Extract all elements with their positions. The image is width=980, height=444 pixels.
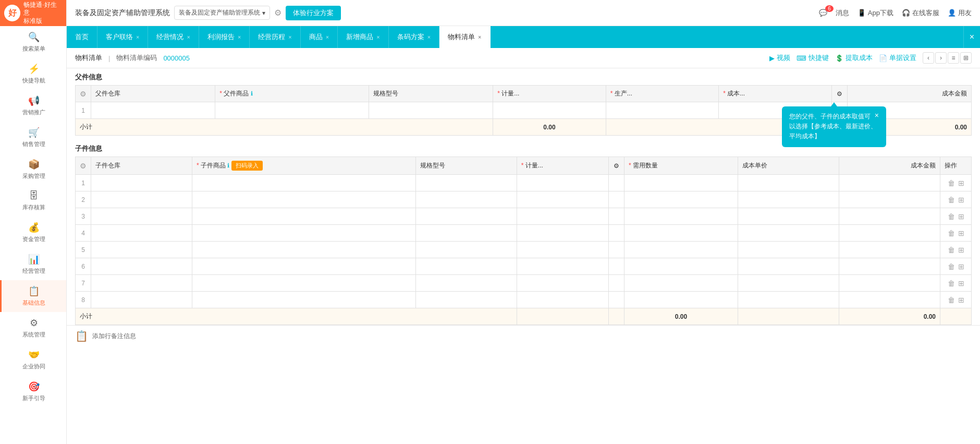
nav-tab-物料清单[interactable]: 物料清单 × (439, 26, 490, 48)
copy-icon[interactable]: ⊞ (958, 246, 964, 254)
tab-close-icon[interactable]: × (288, 34, 291, 40)
child-goods-cell[interactable] (192, 225, 416, 242)
child-col-settings[interactable]: ⚙ (76, 157, 91, 175)
sidebar-item-search[interactable]: 🔍搜索菜单 (0, 26, 66, 58)
sidebar-item-guide[interactable]: 🎯新手引导 (0, 376, 66, 407)
expand-arrow[interactable]: ⊞ (960, 52, 972, 64)
copy-icon[interactable]: ⊞ (958, 212, 964, 221)
child-quantity-cell[interactable] (624, 208, 738, 225)
child-goods-cell[interactable] (192, 175, 416, 191)
delete-icon[interactable]: 🗑 (948, 246, 955, 254)
child-goods-cell[interactable] (192, 208, 416, 225)
sidebar-item-marketing[interactable]: 📢营销推广 (0, 90, 66, 122)
copy-icon[interactable]: ⊞ (958, 296, 964, 304)
child-goods-cell[interactable] (192, 292, 416, 308)
child-warehouse-cell[interactable] (91, 175, 192, 191)
video-btn[interactable]: ▶ 视频 (769, 53, 790, 63)
sidebar-item-system[interactable]: ⚙系统管理 (0, 312, 66, 344)
child-unit-cell[interactable] (517, 208, 608, 225)
sidebar-item-enterprise[interactable]: 🤝企业协同 (0, 344, 66, 376)
child-warehouse-cell[interactable] (91, 191, 192, 208)
child-unit-cost-cell[interactable] (738, 242, 839, 258)
child-goods-cell[interactable] (192, 258, 416, 275)
copy-icon[interactable]: ⊞ (958, 179, 964, 187)
child-unit-cost-cell[interactable] (738, 208, 839, 225)
user-area[interactable]: 👤 用友 (948, 8, 972, 18)
child-unit-cost-cell[interactable] (738, 275, 839, 292)
delete-icon[interactable]: 🗑 (948, 179, 955, 187)
copy-icon[interactable]: ⊞ (958, 279, 964, 287)
child-col-extra[interactable]: ⚙ (609, 157, 624, 175)
tab-close-icon[interactable]: × (187, 34, 190, 40)
nav-tab-利润报告[interactable]: 利润报告 × (199, 26, 250, 48)
sidebar-item-finance[interactable]: 💰资金管理 (0, 217, 66, 248)
child-spec-cell[interactable] (415, 292, 517, 308)
nav-tab-条码方案[interactable]: 条码方案 × (389, 26, 439, 48)
delete-icon[interactable]: 🗑 (948, 212, 955, 221)
child-spec-cell[interactable] (415, 242, 517, 258)
parent-unit-cell[interactable] (493, 102, 606, 119)
settings-icon[interactable]: ⚙ (274, 8, 281, 18)
child-warehouse-cell[interactable] (91, 242, 192, 258)
child-quantity-cell[interactable] (624, 258, 738, 275)
delete-icon[interactable]: 🗑 (948, 296, 955, 304)
parent-spec-cell[interactable] (369, 102, 493, 119)
delete-icon[interactable]: 🗑 (948, 279, 955, 287)
parent-col-settings[interactable]: ⚙ (76, 86, 91, 102)
sidebar-item-quick-nav[interactable]: ⚡快捷导航 (0, 58, 66, 90)
delete-icon[interactable]: 🗑 (948, 229, 955, 237)
child-spec-cell[interactable] (415, 225, 517, 242)
cost-btn[interactable]: 💲 提取成本 (835, 53, 873, 63)
message-area[interactable]: 💬 6 消息 (819, 8, 849, 18)
tab-close-icon[interactable]: × (238, 34, 241, 40)
child-unit-cost-cell[interactable] (738, 225, 839, 242)
child-unit-cell[interactable] (517, 275, 608, 292)
next-arrow[interactable]: › (935, 52, 947, 64)
sidebar-item-sales[interactable]: 🛒销售管理 (0, 122, 66, 153)
child-spec-cell[interactable] (415, 191, 517, 208)
settings-btn[interactable]: 📄 单据设置 (879, 53, 916, 63)
nav-tab-商品[interactable]: 商品 × (301, 26, 338, 48)
parent-production-cell[interactable] (606, 102, 718, 119)
child-warehouse-cell[interactable] (91, 292, 192, 308)
child-spec-cell[interactable] (415, 275, 517, 292)
child-warehouse-cell[interactable] (91, 208, 192, 225)
shortcut-btn[interactable]: ⌨ 快捷键 (797, 53, 829, 63)
copy-icon[interactable]: ⊞ (958, 196, 964, 204)
tab-close-icon[interactable]: × (376, 34, 379, 40)
nav-tab-经营情况[interactable]: 经营情况 × (148, 26, 199, 48)
child-goods-cell[interactable] (192, 275, 416, 292)
child-quantity-cell[interactable] (624, 175, 738, 191)
child-goods-cell[interactable] (192, 242, 416, 258)
child-unit-cell[interactable] (517, 225, 608, 242)
child-quantity-cell[interactable] (624, 275, 738, 292)
tab-close-icon[interactable]: × (136, 34, 139, 40)
child-goods-cell[interactable] (192, 191, 416, 208)
copy-icon[interactable]: ⊞ (958, 229, 964, 237)
child-unit-cost-cell[interactable] (738, 258, 839, 275)
nav-tab-经营历程[interactable]: 经营历程 × (250, 26, 300, 48)
nav-tab-新增商品[interactable]: 新增商品 × (338, 26, 388, 48)
delete-icon[interactable]: 🗑 (948, 262, 955, 271)
child-quantity-cell[interactable] (624, 242, 738, 258)
sidebar-item-purchase[interactable]: 📦采购管理 (0, 153, 66, 185)
child-unit-cost-cell[interactable] (738, 191, 839, 208)
child-warehouse-cell[interactable] (91, 258, 192, 275)
child-warehouse-cell[interactable] (91, 225, 192, 242)
system-dropdown[interactable]: 装备及固定资产辅助管理系统 ▾ (174, 6, 270, 20)
scan-btn[interactable]: 扫码录入 (231, 161, 263, 171)
tab-close-icon[interactable]: × (326, 34, 329, 40)
prev-arrow[interactable]: ‹ (923, 52, 934, 64)
child-unit-cell[interactable] (517, 191, 608, 208)
nav-tab-首页[interactable]: 首页 (67, 26, 97, 48)
child-unit-cell[interactable] (517, 258, 608, 275)
nav-tab-客户联络[interactable]: 客户联络 × (97, 26, 148, 48)
parent-warehouse-cell[interactable] (91, 102, 215, 119)
tab-close-icon[interactable]: × (478, 34, 481, 40)
delete-icon[interactable]: 🗑 (948, 196, 955, 204)
tab-close-icon[interactable]: × (427, 34, 431, 40)
child-quantity-cell[interactable] (624, 225, 738, 242)
child-warehouse-cell[interactable] (91, 275, 192, 292)
sidebar-item-operations[interactable]: 📊经营管理 (0, 248, 66, 280)
child-spec-cell[interactable] (415, 175, 517, 191)
